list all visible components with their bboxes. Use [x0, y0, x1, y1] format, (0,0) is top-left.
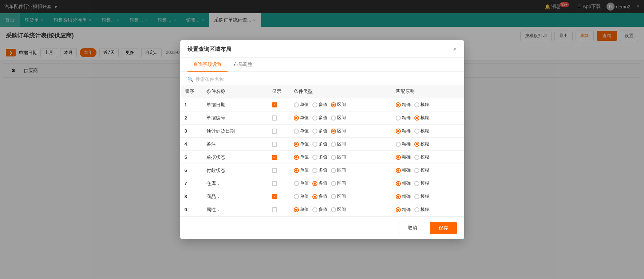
type-radio-type_single[interactable]: 单值: [294, 180, 309, 186]
row-match: 精确模糊: [391, 203, 464, 216]
display-checkbox[interactable]: [272, 207, 277, 212]
modal-tab-query[interactable]: 查询字段设置: [187, 58, 228, 72]
table-row: 8商品 ∨✓单值多值区间精确模糊: [180, 190, 464, 203]
row-display[interactable]: ✓: [268, 98, 289, 111]
match-radio[interactable]: 模糊: [414, 180, 429, 186]
type-radio-type_single[interactable]: 单值: [294, 141, 309, 147]
type-radio-type_single[interactable]: 单值: [294, 167, 309, 173]
type-radio-type_range[interactable]: 区间: [331, 193, 346, 200]
display-checkbox[interactable]: [272, 181, 277, 186]
match-radio[interactable]: 模糊: [414, 115, 429, 121]
table-row: 2单据编号单值多值区间精确模糊: [180, 111, 464, 125]
modal-tab-layout[interactable]: 布局调整: [228, 58, 258, 72]
match-radio[interactable]: 精确: [396, 207, 411, 213]
match-radio[interactable]: 模糊: [414, 102, 429, 108]
row-display[interactable]: ✓: [268, 190, 289, 203]
row-match: 精确模糊: [391, 190, 464, 203]
type-radio-type_multi[interactable]: 多值: [312, 141, 327, 147]
row-display[interactable]: ✓: [268, 151, 289, 164]
search-input[interactable]: [195, 76, 268, 82]
table-row: 1单据日期✓单值多值区间精确模糊: [180, 98, 464, 111]
type-radio-type_single[interactable]: 单值: [294, 115, 309, 121]
match-radio[interactable]: 精确: [396, 141, 411, 147]
cancel-button[interactable]: 取消: [399, 222, 426, 234]
match-radio[interactable]: 精确: [396, 193, 411, 200]
match-radio[interactable]: 精确: [396, 102, 411, 108]
type-radio-type_multi[interactable]: 多值: [312, 207, 327, 213]
row-type: 单值多值区间: [289, 111, 391, 125]
display-checkbox[interactable]: ✓: [272, 102, 277, 107]
row-name: 属性 ∨: [202, 203, 268, 216]
match-radio[interactable]: 模糊: [414, 128, 429, 134]
match-radio[interactable]: 模糊: [414, 141, 429, 147]
modal-overlay: 设置查询区域布局 × 查询字段设置 布局调整 🔍 顺序 条件名称 显示 条件类型: [0, 0, 644, 279]
display-checkbox[interactable]: [272, 142, 277, 147]
col-name-header: 条件名称: [202, 85, 268, 98]
type-radio-type_single[interactable]: 单值: [294, 128, 309, 134]
display-checkbox[interactable]: ✓: [272, 194, 277, 199]
row-type: 单值多值区间: [289, 177, 391, 190]
type-radio-type_single[interactable]: 单值: [294, 154, 309, 160]
type-radio-type_range[interactable]: 区间: [331, 102, 346, 108]
type-radio-type_single[interactable]: 单值: [294, 102, 309, 108]
display-checkbox[interactable]: [272, 168, 277, 173]
display-checkbox[interactable]: [272, 115, 277, 121]
display-checkbox[interactable]: [272, 129, 277, 134]
col-order-header: 顺序: [180, 85, 202, 98]
match-radio[interactable]: 精确: [396, 180, 411, 186]
match-radio[interactable]: 模糊: [414, 167, 429, 173]
type-radio-type_range[interactable]: 区间: [331, 141, 346, 147]
col-display-header: 显示: [268, 85, 289, 98]
row-display[interactable]: [268, 164, 289, 177]
row-order: 4: [180, 138, 202, 151]
type-radio-type_range[interactable]: 区间: [331, 128, 346, 134]
table-row: 3预计到货日期单值多值区间精确模糊: [180, 125, 464, 138]
type-radio-type_range[interactable]: 区间: [331, 207, 346, 213]
type-radio-type_single[interactable]: 单值: [294, 207, 309, 213]
row-display[interactable]: [268, 177, 289, 190]
row-type: 单值多值区间: [289, 190, 391, 203]
row-display[interactable]: [268, 125, 289, 138]
row-type: 单值多值区间: [289, 138, 391, 151]
type-radio-type_multi[interactable]: 多值: [312, 154, 327, 160]
type-radio-type_multi[interactable]: 多值: [312, 128, 327, 134]
row-display[interactable]: [268, 138, 289, 151]
col-type-header: 条件类型: [289, 85, 391, 98]
row-display[interactable]: [268, 203, 289, 216]
display-checkbox[interactable]: ✓: [272, 155, 277, 160]
row-type: 单值多值区间: [289, 98, 391, 111]
match-radio[interactable]: 模糊: [414, 207, 429, 213]
row-match: 精确模糊: [391, 138, 464, 151]
type-radio-type_range[interactable]: 区间: [331, 115, 346, 121]
modal: 设置查询区域布局 × 查询字段设置 布局调整 🔍 顺序 条件名称 显示 条件类型: [180, 40, 464, 239]
row-match: 精确模糊: [391, 98, 464, 111]
row-match: 精确模糊: [391, 177, 464, 190]
type-radio-type_multi[interactable]: 多值: [312, 180, 327, 186]
type-radio-type_range[interactable]: 区间: [331, 167, 346, 173]
type-radio-type_multi[interactable]: 多值: [312, 193, 327, 200]
modal-header: 设置查询区域布局 ×: [180, 40, 464, 58]
row-type: 单值多值区间: [289, 151, 391, 164]
type-radio-type_range[interactable]: 区间: [331, 180, 346, 186]
row-display[interactable]: [268, 111, 289, 125]
match-radio[interactable]: 精确: [396, 167, 411, 173]
match-radio[interactable]: 精确: [396, 154, 411, 160]
row-order: 7: [180, 177, 202, 190]
type-radio-type_single[interactable]: 单值: [294, 193, 309, 200]
save-button[interactable]: 保存: [430, 222, 457, 234]
match-radio[interactable]: 模糊: [414, 154, 429, 160]
table-row: 6付款状态单值多值区间精确模糊: [180, 164, 464, 177]
type-radio-type_multi[interactable]: 多值: [312, 115, 327, 121]
modal-search-area: 🔍: [180, 72, 464, 85]
type-radio-type_range[interactable]: 区间: [331, 154, 346, 160]
modal-close-button[interactable]: ×: [453, 46, 457, 57]
row-order: 9: [180, 203, 202, 216]
match-radio[interactable]: 模糊: [414, 193, 429, 200]
match-radio[interactable]: 精确: [396, 128, 411, 134]
match-radio[interactable]: 精确: [396, 115, 411, 121]
row-type: 单值多值区间: [289, 164, 391, 177]
row-order: 3: [180, 125, 202, 138]
type-radio-type_multi[interactable]: 多值: [312, 102, 327, 108]
row-name: 备注: [202, 138, 268, 151]
type-radio-type_multi[interactable]: 多值: [312, 167, 327, 173]
